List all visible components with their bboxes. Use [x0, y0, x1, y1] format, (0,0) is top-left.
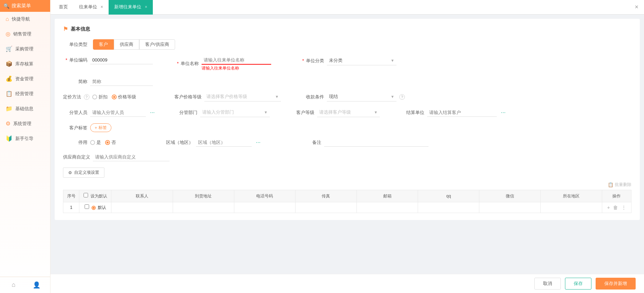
- settlement-unit-more-button[interactable]: ···: [500, 109, 507, 116]
- operations-icon: 📋: [6, 90, 13, 97]
- fax-input[interactable]: [299, 205, 353, 210]
- pricing-price-level-radio[interactable]: [112, 95, 117, 99]
- sidebar-item-basic[interactable]: 📁 基础信息: [0, 101, 50, 116]
- unit-name-field-with-error: 请输入往来单位名称: [202, 56, 271, 71]
- sidebar-item-operations[interactable]: 📋 经营管理: [0, 86, 50, 101]
- batch-delete-area: 📋 批量删除: [63, 182, 631, 188]
- unit-category-select[interactable]: 未分类 ▼: [327, 56, 396, 65]
- manager-input[interactable]: [90, 108, 146, 117]
- close-all-tabs-button[interactable]: ×: [632, 3, 641, 11]
- unit-type-supplier-button[interactable]: 供应商: [114, 39, 139, 50]
- pricing-price-level-option[interactable]: 价格等级: [112, 94, 136, 100]
- disabled-no-option[interactable]: 否: [105, 139, 116, 146]
- batch-delete-label[interactable]: 批量删除: [615, 182, 631, 188]
- contact-input[interactable]: [115, 205, 169, 210]
- unit-name-input[interactable]: [202, 56, 271, 65]
- phone-input[interactable]: [238, 205, 292, 210]
- tab-partner[interactable]: 往来单位 ×: [73, 0, 109, 15]
- sidebar-item-label: 采购管理: [15, 46, 33, 52]
- pricing-method-help-icon[interactable]: ?: [84, 94, 89, 100]
- col-contact: 联系人: [111, 190, 173, 202]
- unit-name-required: *: [177, 61, 179, 66]
- short-name-input[interactable]: [90, 78, 153, 86]
- department-label: 分管部门: [173, 109, 197, 116]
- delete-row-button[interactable]: 🗑: [613, 205, 618, 210]
- add-tag-label: 标签: [99, 125, 107, 131]
- row-checkbox[interactable]: [85, 204, 89, 209]
- unit-type-customer-button[interactable]: 客户: [93, 39, 114, 50]
- pricing-discount-radio[interactable]: [92, 95, 97, 99]
- manager-more-button[interactable]: ···: [149, 109, 156, 116]
- tab-partner-close[interactable]: ×: [101, 5, 103, 9]
- unit-type-label: 单位类型: [63, 41, 87, 48]
- unit-code-input[interactable]: [90, 56, 153, 64]
- scroll-handle[interactable]: ⋮: [621, 205, 626, 210]
- customer-price-level-field: 客户价格等级 请选择客户价格等级 ▼: [174, 92, 300, 101]
- department-select[interactable]: 请输入分管部门 ▼: [200, 108, 270, 117]
- payment-condition-select[interactable]: 现结 ▼: [327, 92, 396, 101]
- disabled-yes-option[interactable]: 是: [90, 139, 101, 146]
- sidebar-item-system[interactable]: ⚙ 系统管理: [0, 116, 50, 131]
- customer-price-level-select[interactable]: 请选择客户价格等级 ▼: [204, 92, 281, 101]
- unit-name-error-msg: 请输入往来单位名称: [202, 65, 271, 71]
- pricing-price-level-label: 价格等级: [118, 94, 136, 100]
- table-row: 1 默认: [63, 202, 631, 213]
- save-button[interactable]: 保存: [565, 278, 591, 290]
- default-radio[interactable]: [92, 206, 96, 210]
- search-menu-button[interactable]: 🔍 搜索菜单: [0, 0, 50, 12]
- section-title-label: 基本信息: [71, 26, 90, 32]
- unit-name-field: * 单位名称 请输入往来单位名称: [174, 56, 300, 71]
- col-action: 操作: [602, 190, 631, 202]
- sidebar-item-guide[interactable]: 🔰 新手引导: [0, 131, 50, 146]
- address-input[interactable]: [176, 205, 230, 210]
- disabled-yes-radio[interactable]: [90, 140, 95, 145]
- email-input[interactable]: [360, 205, 414, 210]
- unit-type-both-button[interactable]: 客户/供应商: [139, 39, 175, 50]
- cell-default: 默认: [79, 202, 111, 213]
- unit-category-value: 未分类: [329, 57, 343, 64]
- tab-new-partner-close[interactable]: ×: [145, 5, 147, 9]
- customer-level-select[interactable]: 请选择客户等级 ▼: [317, 108, 380, 117]
- sidebar-bottom-user[interactable]: 👤: [26, 280, 47, 290]
- cell-phone: [234, 202, 295, 213]
- region-more-button[interactable]: ···: [254, 139, 262, 146]
- supplier-custom-input[interactable]: [93, 153, 170, 161]
- sidebar-item-purchase[interactable]: 🛒 采购管理: [0, 41, 50, 56]
- purchase-icon: 🛒: [6, 46, 13, 52]
- settlement-unit-input[interactable]: [427, 108, 497, 117]
- region-input[interactable]: [196, 138, 252, 147]
- sidebar-item-label: 基础信息: [15, 106, 33, 112]
- sidebar-item-inventory[interactable]: 📦 库存核算: [0, 56, 50, 71]
- wechat-input[interactable]: [483, 205, 537, 210]
- pricing-method-field: 定价方法 ? 折扣 价格等级: [63, 94, 174, 100]
- cell-wechat: [479, 202, 541, 213]
- sidebar-bottom-home[interactable]: ⌂: [3, 280, 24, 290]
- custom-settings-button[interactable]: ⚙ 自定义项设置: [63, 168, 104, 178]
- save-new-button[interactable]: 保存并新增: [596, 278, 636, 290]
- unit-type-group: 客户 供应商 客户/供应商: [93, 39, 175, 50]
- cancel-button[interactable]: 取消: [534, 278, 561, 290]
- col-phone: 电话号码: [234, 190, 295, 202]
- section-flag-icon: ⚑: [63, 26, 68, 32]
- select-all-checkbox[interactable]: [84, 193, 88, 197]
- add-tag-button[interactable]: + 标签: [90, 123, 111, 132]
- remark-input[interactable]: [324, 138, 429, 147]
- tab-new-partner[interactable]: 新增往来单位 ×: [109, 0, 153, 15]
- sidebar-item-finance[interactable]: 💰 资金管理: [0, 71, 50, 86]
- col-default: 设为默认: [79, 190, 111, 202]
- qq-input[interactable]: [422, 205, 476, 210]
- sidebar-item-sales[interactable]: ◎ 销售管理: [0, 26, 50, 41]
- pricing-discount-option[interactable]: 折扣: [92, 94, 108, 100]
- unit-code-required: *: [65, 57, 67, 63]
- table-region-input[interactable]: [544, 205, 598, 210]
- sidebar-item-quick-nav[interactable]: ⌂ 快捷导航: [0, 12, 50, 26]
- col-address: 到货地址: [173, 190, 234, 202]
- add-row-button[interactable]: +: [607, 205, 610, 210]
- payment-condition-help-icon[interactable]: ?: [399, 94, 405, 100]
- manager-field: 分管人员 ···: [63, 108, 167, 117]
- tab-partner-label: 往来单位: [79, 4, 97, 10]
- supplier-custom-field: 供应商自定义: [63, 153, 202, 161]
- department-field: 分管部门 请输入分管部门 ▼: [173, 108, 284, 117]
- disabled-no-radio[interactable]: [105, 140, 110, 145]
- tab-home[interactable]: 首页: [53, 0, 73, 15]
